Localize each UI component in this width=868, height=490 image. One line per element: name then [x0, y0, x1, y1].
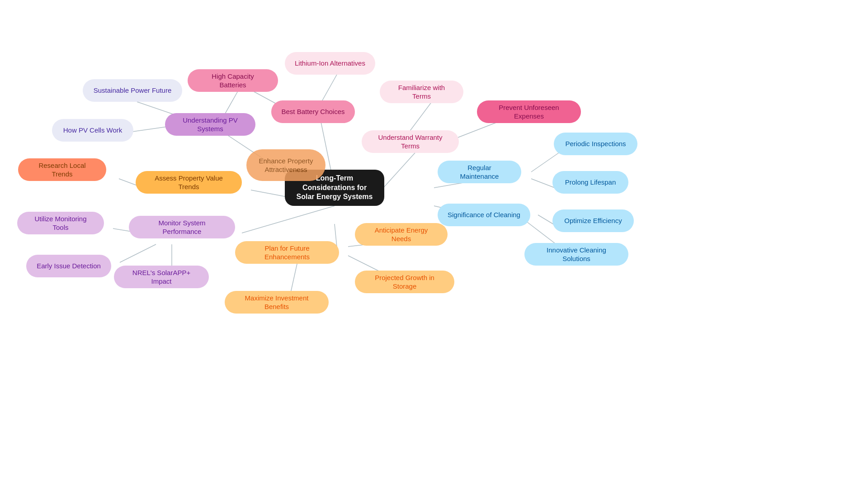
node-significance-cleaning[interactable]: Significance of Cleaning: [438, 204, 530, 226]
node-projected-growth[interactable]: Projected Growth in Storage: [355, 271, 454, 293]
node-nrel-solarapp[interactable]: NREL's SolarAPP+ Impact: [114, 266, 209, 288]
node-innovative-cleaning[interactable]: Innovative Cleaning Solutions: [524, 243, 628, 266]
node-familiarize[interactable]: Familiarize with Terms: [380, 81, 463, 103]
svg-line-19: [242, 206, 335, 233]
node-maximize-investment[interactable]: Maximize Investment Benefits: [225, 291, 329, 314]
node-utilize-monitoring[interactable]: Utilize Monitoring Tools: [17, 212, 104, 234]
node-lithium-ion[interactable]: Lithium-Ion Alternatives: [285, 52, 375, 75]
svg-line-7: [383, 149, 418, 188]
node-early-issue[interactable]: Early Issue Detection: [26, 255, 111, 277]
node-research-local[interactable]: Research Local Trends: [18, 158, 106, 181]
node-monitor-system[interactable]: Monitor System Performance: [129, 216, 235, 238]
node-how-pv-cells[interactable]: How PV Cells Work: [52, 119, 133, 142]
svg-line-9: [457, 122, 497, 138]
node-assess-property[interactable]: Assess Property Value Trends: [136, 171, 242, 194]
svg-line-14: [531, 152, 561, 172]
svg-line-21: [120, 244, 156, 262]
node-anticipate-energy[interactable]: Anticipate Energy Needs: [355, 223, 448, 246]
node-understanding-pv[interactable]: Understanding PV Systems: [165, 113, 255, 136]
svg-line-23: [335, 224, 337, 247]
node-prevent-unforeseen[interactable]: Prevent Unforeseen Expenses: [477, 100, 581, 123]
node-periodic-inspections[interactable]: Periodic Inspections: [554, 133, 637, 155]
node-enhance-property[interactable]: Enhance Property Attractiveness: [246, 149, 326, 181]
node-plan-future[interactable]: Plan for Future Enhancements: [235, 241, 339, 264]
node-sustainable-power[interactable]: Sustainable Power Future: [83, 79, 182, 102]
node-best-battery[interactable]: Best Battery Choices: [271, 100, 355, 123]
node-prolong-lifespan[interactable]: Prolong Lifespan: [552, 171, 628, 194]
node-understand-warranty[interactable]: Understand Warranty Terms: [362, 130, 459, 153]
node-high-capacity[interactable]: High Capacity Batteries: [188, 69, 278, 92]
node-regular-maintenance[interactable]: Regular Maintenance: [438, 161, 521, 183]
node-optimize-efficiency[interactable]: Optimize Efficiency: [552, 209, 634, 232]
